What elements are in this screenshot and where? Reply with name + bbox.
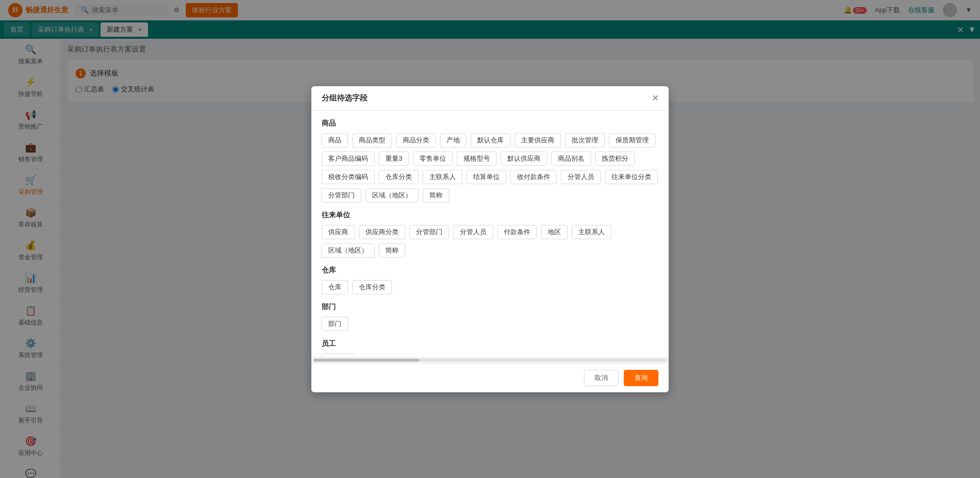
field-tag[interactable]: 商品分类 bbox=[396, 133, 436, 147]
modal-hscroll[interactable] bbox=[311, 357, 669, 363]
modal-header: 分组待选字段 ✕ bbox=[311, 86, 669, 111]
section-title-goods: 商品 bbox=[322, 119, 658, 128]
field-tag[interactable]: 主联系人 bbox=[423, 170, 462, 184]
field-tag[interactable]: 保质期管理 bbox=[609, 133, 655, 147]
goods-fields: 商品 商品类型 商品分类 产地 默认仓库 主要供应商 批次管理 保质期管理 客户… bbox=[322, 133, 658, 203]
section-title-partner: 往来单位 bbox=[322, 211, 658, 220]
section-title-employee: 员工 bbox=[322, 339, 658, 348]
field-tag[interactable]: 往来单位分类 bbox=[605, 170, 658, 184]
warehouse-fields: 仓库 仓库分类 bbox=[322, 280, 658, 294]
field-tag[interactable]: 客户商品编码 bbox=[322, 152, 375, 166]
field-tag[interactable]: 税收分类编码 bbox=[322, 170, 375, 184]
field-tag[interactable]: 业务员 bbox=[322, 354, 355, 357]
section-title-dept: 部门 bbox=[322, 303, 658, 312]
field-tag[interactable]: 拣货积分 bbox=[595, 152, 635, 166]
field-tag[interactable]: 区域（地区） bbox=[365, 188, 419, 203]
section-title-warehouse: 仓库 bbox=[322, 266, 658, 275]
hscroll-thumb bbox=[313, 359, 420, 362]
field-tag[interactable]: 分管部门 bbox=[322, 188, 361, 203]
modal-body: 商品 商品 商品类型 商品分类 产地 默认仓库 主要供应商 批次管理 保质期管理… bbox=[311, 111, 669, 357]
field-tag[interactable]: 供应商分类 bbox=[359, 225, 405, 239]
field-tag[interactable]: 付款条件 bbox=[497, 225, 537, 239]
hscroll-track bbox=[313, 359, 667, 362]
field-tag[interactable]: 分管人员 bbox=[561, 170, 601, 184]
dept-fields: 部门 bbox=[322, 317, 658, 331]
modal: 分组待选字段 ✕ 商品 商品 商品类型 商品分类 产地 默认仓库 主要供应商 批… bbox=[311, 86, 669, 392]
field-tag[interactable]: 默认仓库 bbox=[471, 133, 510, 147]
field-tag[interactable]: 简称 bbox=[379, 243, 405, 258]
employee-fields: 业务员 bbox=[322, 354, 658, 357]
field-tag[interactable]: 主要供应商 bbox=[514, 133, 561, 147]
partner-fields: 供应商 供应商分类 分管部门 分管人员 付款条件 地区 主联系人 区域（地区） … bbox=[322, 225, 658, 258]
field-tag[interactable]: 商品类型 bbox=[352, 133, 392, 147]
modal-footer: 取消 查询 bbox=[311, 363, 669, 392]
modal-title: 分组待选字段 bbox=[322, 93, 368, 103]
field-tag[interactable]: 区域（地区） bbox=[322, 243, 375, 258]
field-tag[interactable]: 仓库 bbox=[322, 280, 348, 294]
field-tag[interactable]: 默认供应商 bbox=[501, 152, 547, 166]
field-tag[interactable]: 部门 bbox=[322, 317, 348, 331]
field-tag[interactable]: 产地 bbox=[440, 133, 467, 147]
field-tag[interactable]: 结算单位 bbox=[467, 170, 506, 184]
field-tag[interactable]: 地区 bbox=[541, 225, 568, 239]
field-tag[interactable]: 零售单位 bbox=[413, 152, 453, 166]
field-tag[interactable]: 规格型号 bbox=[457, 152, 497, 166]
field-tag[interactable]: 仓库分类 bbox=[379, 170, 419, 184]
field-tag[interactable]: 分管人员 bbox=[453, 225, 493, 239]
field-tag[interactable]: 简称 bbox=[423, 188, 449, 203]
field-tag[interactable]: 重量3 bbox=[379, 152, 409, 166]
field-tag[interactable]: 分管部门 bbox=[409, 225, 449, 239]
field-tag[interactable]: 供应商 bbox=[322, 225, 355, 239]
field-tag[interactable]: 收付款条件 bbox=[510, 170, 557, 184]
cancel-button[interactable]: 取消 bbox=[584, 370, 619, 386]
modal-close-icon[interactable]: ✕ bbox=[652, 93, 658, 103]
confirm-button[interactable]: 查询 bbox=[624, 370, 658, 386]
field-tag[interactable]: 主联系人 bbox=[572, 225, 611, 239]
field-tag[interactable]: 商品 bbox=[322, 133, 348, 147]
field-tag[interactable]: 仓库分类 bbox=[352, 280, 392, 294]
field-tag[interactable]: 批次管理 bbox=[565, 133, 605, 147]
modal-overlay: 分组待选字段 ✕ 商品 商品 商品类型 商品分类 产地 默认仓库 主要供应商 批… bbox=[0, 0, 980, 478]
field-tag[interactable]: 商品别名 bbox=[551, 152, 591, 166]
